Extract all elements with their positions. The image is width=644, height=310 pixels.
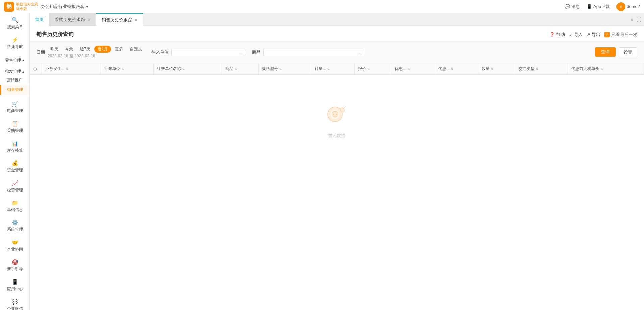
col-product-label: 商品: [225, 66, 233, 72]
main-layout: 🔍 搜索菜单 ⚡ 快捷导航 零售管理 ▾ 批发管理 ▴ 营销推广 销售管理 🛒 …: [0, 13, 644, 310]
sidebar: 🔍 搜索菜单 ⚡ 快捷导航 零售管理 ▾ 批发管理 ▴ 营销推广 销售管理 🛒 …: [0, 13, 30, 310]
import-button[interactable]: ↙ 导入: [569, 32, 583, 38]
sort-icon: ⇅: [367, 67, 370, 71]
partner-input[interactable]: ...: [171, 49, 245, 56]
query-button[interactable]: 查询: [595, 47, 616, 57]
sidebar-item-shortcut[interactable]: ⚡ 快捷导航: [0, 33, 29, 53]
sidebar-item-inventory[interactable]: 📊 库存核算: [0, 137, 29, 157]
shortcut-icon: ⚡: [12, 37, 18, 43]
header-right: 💬 消息 📱 App下载 d demo2: [565, 2, 640, 11]
product-input[interactable]: ...: [263, 49, 364, 56]
table-col-unit[interactable]: 计量... ⇅: [311, 63, 355, 75]
export-button[interactable]: ↗ 导出: [587, 32, 600, 38]
table-col-discount1[interactable]: 优惠... ⇅: [391, 63, 435, 75]
sidebar-item-ecommerce[interactable]: 🛒 电商管理: [0, 97, 29, 117]
help-icon: ❓: [549, 32, 555, 37]
empty-icon: [323, 102, 350, 128]
app-download-button[interactable]: 📱 App下载: [587, 4, 610, 10]
sidebar-item-guide[interactable]: 🎯 新手引导: [0, 256, 29, 275]
close-tab-icon[interactable]: ✕: [630, 17, 634, 22]
message-button[interactable]: 💬 消息: [565, 4, 580, 10]
date-btn-more[interactable]: 更多: [112, 46, 126, 53]
col-pre-tax-label: 优惠前无税单价: [571, 66, 599, 72]
col-biz-date-label: 业务发生...: [45, 66, 65, 72]
sidebar-item-marketing[interactable]: 营销推广: [0, 75, 29, 85]
sidebar-item-wholesale[interactable]: 批发管理 ▴: [0, 67, 29, 75]
tab-purchase-history[interactable]: 采购历史价跟踪 ✕: [49, 13, 96, 26]
date-btn-today[interactable]: 今天: [62, 46, 76, 53]
table-col-price[interactable]: 报价 ⇅: [355, 63, 391, 75]
settings-button[interactable]: 设置: [619, 47, 637, 57]
maximize-icon[interactable]: ⛶: [637, 17, 641, 22]
partner-label: 往来单位: [151, 49, 169, 55]
col-price-label: 报价: [358, 66, 366, 72]
date-btn-yesterday[interactable]: 昨天: [48, 46, 61, 53]
sidebar-item-label: 企业微信: [7, 306, 23, 310]
tab-close-purchase[interactable]: ✕: [87, 17, 91, 22]
page-actions: ❓ 帮助 ↙ 导入 ↗ 导出 ✓ 只看最后一次: [549, 32, 637, 38]
logo-text: 畅捷信好生意 标准版: [16, 2, 38, 11]
help-button[interactable]: ❓ 帮助: [549, 32, 565, 38]
enterprise-icon: 🤝: [12, 239, 18, 246]
table-col-product[interactable]: 商品 ⇅: [222, 63, 259, 75]
sidebar-item-purchase[interactable]: 📋 采购管理: [0, 117, 29, 137]
table-col-spec[interactable]: 规格型号 ⇅: [259, 63, 311, 75]
date-btn-1month[interactable]: 近1月: [94, 46, 111, 53]
sidebar-item-label: 采购管理: [7, 128, 23, 134]
table-settings-icon[interactable]: ⚙: [33, 66, 37, 72]
sidebar-item-label: 经营管理: [7, 187, 23, 193]
tab-home[interactable]: 首页: [30, 13, 49, 26]
only-last-checkbox[interactable]: ✓ 只看最后一次: [604, 32, 637, 38]
date-filter-group: 日期 昨天 今天 近7天 近1月 更多 自定义 2023-02-18 至 202…: [36, 46, 145, 59]
sidebar-item-operations[interactable]: 📈 经营管理: [0, 176, 29, 196]
sidebar-item-sales[interactable]: 销售管理: [0, 85, 29, 95]
wholesale-label: 批发管理: [5, 69, 21, 74]
tab-close-sales[interactable]: ✕: [134, 18, 138, 22]
table-col-quantity[interactable]: 数量 ⇅: [478, 63, 515, 75]
sidebar-item-system[interactable]: ⚙️ 系统管理: [0, 216, 29, 236]
product-input-dots: ...: [358, 50, 361, 55]
date-btn-custom[interactable]: 自定义: [127, 46, 145, 53]
system-icon: ⚙️: [12, 219, 18, 226]
account-selector[interactable]: 办公用品行业模拟账套 ▾: [41, 4, 88, 10]
data-table: ⚙ 业务发生... ⇅ 往来单位: [30, 63, 644, 75]
sidebar-item-finance[interactable]: 💰 资金管理: [0, 157, 29, 176]
sidebar-item-wechat[interactable]: 💬 企业微信: [0, 295, 29, 310]
sidebar-item-search[interactable]: 🔍 搜索菜单: [0, 13, 29, 33]
sort-icon: ⇅: [182, 67, 185, 71]
tab-sales-history[interactable]: 销售历史价跟踪 ✕: [96, 13, 143, 26]
date-block: 昨天 今天 近7天 近1月 更多 自定义 2023-02-18 至 2023-0…: [48, 46, 145, 59]
table-col-partner-code[interactable]: 往来单位 ⇅: [101, 63, 153, 75]
user-menu[interactable]: d demo2: [616, 2, 640, 11]
partner-filter-group: 往来单位 ...: [151, 49, 245, 56]
sidebar-item-app-center[interactable]: 📱 应用中心: [0, 275, 29, 295]
date-buttons: 昨天 今天 近7天 近1月 更多 自定义: [48, 46, 145, 53]
table-col-partner-name[interactable]: 往来单位名称 ⇅: [153, 63, 222, 75]
table-col-trans-type[interactable]: 交易类型 ⇅: [515, 63, 568, 75]
purchase-icon: 📋: [12, 120, 18, 127]
empty-state: 暂无数据: [30, 75, 644, 165]
sidebar-item-retail[interactable]: 零售管理 ▾: [0, 56, 29, 64]
marketing-label: 营销推广: [7, 78, 23, 82]
sort-icon: ⇅: [279, 67, 282, 71]
table-col-discount2[interactable]: 优惠... ⇅: [435, 63, 478, 75]
sidebar-item-enterprise[interactable]: 🤝 企业协同: [0, 236, 29, 256]
basic-icon: 📁: [12, 200, 18, 206]
empty-text: 暂无数据: [328, 133, 345, 139]
content-area: 首页 采购历史价跟踪 ✕ 销售历史价跟踪 ✕ ✕ ⛶ 销售历史价查询: [30, 13, 644, 310]
sidebar-item-basic[interactable]: 📁 基础信息: [0, 196, 29, 216]
col-partner-code-label: 往来单位: [104, 66, 120, 72]
col-discount2-label: 优惠...: [438, 66, 450, 72]
table-col-pre-tax[interactable]: 优惠前无税单价 ⇅: [568, 63, 644, 75]
product-filter-group: 商品 ...: [252, 49, 364, 56]
sidebar-item-label: 搜索菜单: [7, 24, 23, 30]
date-btn-7days[interactable]: 近7天: [77, 46, 93, 53]
table-col-biz-date[interactable]: 业务发生... ⇅: [42, 63, 101, 75]
app-icon: 📱: [587, 4, 592, 9]
avatar: d: [616, 2, 625, 11]
home-tab-label: 首页: [35, 17, 44, 23]
import-icon: ↙: [569, 32, 573, 37]
sales-history-tab-label: 销售历史价跟踪: [102, 17, 132, 23]
col-discount1-label: 优惠...: [395, 66, 406, 72]
page-title: 销售历史价查询: [36, 31, 74, 38]
